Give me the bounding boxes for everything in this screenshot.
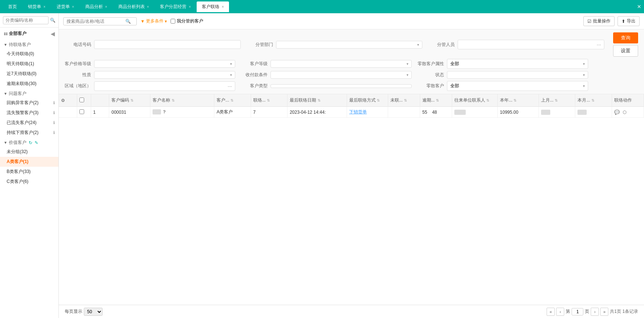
sidebar-item-unclassified[interactable]: 未分组(32) <box>0 147 58 157</box>
col-overdue-header[interactable]: 逾期... ⇅ <box>420 94 452 107</box>
search-button[interactable]: 查询 <box>613 32 638 43</box>
prev-page-button[interactable]: ‹ <box>556 308 564 316</box>
sidebar-collapse-icon[interactable]: ◀ <box>51 31 55 37</box>
sidebar-item-7days[interactable]: 近7天待联络(0) <box>0 69 58 79</box>
price-level-select[interactable]: ▾ <box>94 60 235 68</box>
sidebar-all-customers[interactable]: ⚏ 全部客户 ◀ <box>0 28 58 40</box>
tab-purchase[interactable]: 进货单 × <box>51 1 79 12</box>
sidebar-item-tomorrow[interactable]: 明天待联络(1) <box>0 59 58 69</box>
col-lastway-sort[interactable]: ⇅ <box>377 98 380 102</box>
col-class-header[interactable]: 客户... ⇅ <box>214 94 251 107</box>
select-all-checkbox[interactable] <box>79 98 84 102</box>
sidebar-item-abnormal[interactable]: 回购异常客户(2) ℹ <box>0 98 58 108</box>
col-code-sort[interactable]: ⇅ <box>130 98 133 102</box>
section-value-customer[interactable]: ▼ 价值客户 ↻ ✎ <box>0 138 58 147</box>
col-name-header[interactable]: 客户名称 ⇅ <box>150 94 214 107</box>
info-icon-lost[interactable]: ℹ <box>53 120 55 125</box>
col-contact-header[interactable]: 联络... ⇅ <box>251 94 287 107</box>
col-contacts-sort[interactable]: ⇅ <box>486 98 489 102</box>
batch-operations-button[interactable]: ☑ 批量操作 <box>583 16 615 26</box>
col-thisyear-sort[interactable]: ⇅ <box>514 98 516 102</box>
tab-customer-layer-close[interactable]: × <box>189 5 191 9</box>
person-label: 分管人员 <box>428 42 458 48</box>
col-contact-sort[interactable]: ⇅ <box>267 98 270 102</box>
col-thismonth-sort[interactable]: ⇅ <box>591 98 594 102</box>
col-lastmonth-header[interactable]: 上月... ⇅ <box>539 94 575 107</box>
customer-level-select[interactable]: ▾ <box>271 60 412 68</box>
export-button[interactable]: ⬆ 导出 <box>618 16 640 26</box>
tab-goods-list[interactable]: 商品分析列表 × <box>113 1 154 12</box>
filter-search-icon[interactable]: 🔍 <box>125 19 131 24</box>
col-nocontact-sort[interactable]: ⇅ <box>404 98 407 102</box>
nature-select[interactable]: ▾ <box>94 71 235 79</box>
per-page-select[interactable]: 50 100 200 <box>84 308 103 316</box>
retail-customer-select[interactable]: 全部 ▾ <box>447 81 588 91</box>
next-page-button[interactable]: › <box>591 308 599 316</box>
area-select[interactable]: ··· <box>94 81 235 91</box>
col-thisyear-header[interactable]: 本年... ⇅ <box>498 94 539 107</box>
info-icon-lostwarning[interactable]: ℹ <box>53 110 55 115</box>
sidebar-item-declining[interactable]: 持续下滑客户(2) ℹ <box>0 128 58 138</box>
window-close-button[interactable]: × <box>637 3 641 11</box>
dept-select[interactable]: ▾ <box>276 41 423 49</box>
col-contacts-header[interactable]: 往来单位联系人 ⇅ <box>452 94 497 107</box>
tab-sale[interactable]: 销货单 × <box>23 1 51 12</box>
sidebar-item-overdue[interactable]: 逾期未联络(30) <box>0 79 58 89</box>
col-code-header[interactable]: 客户编码 ⇅ <box>109 94 150 107</box>
row-contacts: RE . <box>452 107 497 118</box>
action-contact-icon[interactable]: 💬 <box>614 110 620 115</box>
filter-search-input[interactable] <box>67 19 125 24</box>
sidebar-item-lost[interactable]: 已流失客户(24) ℹ <box>0 118 58 128</box>
tab-home[interactable]: 首页 <box>3 1 22 12</box>
section-value-refresh[interactable]: ↻ <box>29 140 32 145</box>
payment-select[interactable]: ▾ <box>271 71 412 79</box>
tab-sale-close[interactable]: × <box>43 5 46 9</box>
col-name-sort[interactable]: ⇅ <box>172 98 175 102</box>
tab-goods-analysis[interactable]: 商品分析 × <box>80 1 112 12</box>
filter-my-customers[interactable]: 我分管的客户 <box>171 18 203 24</box>
col-nocontact-header[interactable]: 未联... ⇅ <box>388 94 420 107</box>
sidebar-item-lostwarning[interactable]: 流失预警客户(3) ℹ <box>0 108 58 118</box>
status-select[interactable]: ▾ <box>447 71 588 79</box>
row-checkbox[interactable] <box>79 109 84 114</box>
sidebar-item-class-b[interactable]: B类客户(33) <box>0 167 58 177</box>
sidebar-search-input[interactable] <box>3 16 49 24</box>
col-lastdate-sort[interactable]: ⇅ <box>318 98 321 102</box>
sidebar-search-icon[interactable]: 🔍 <box>50 18 56 23</box>
sidebar-item-today[interactable]: 今天待联络(0) <box>0 49 58 59</box>
col-class-sort[interactable]: ⇅ <box>230 98 233 102</box>
info-icon-declining[interactable]: ℹ <box>53 130 55 135</box>
tab-goods-list-close[interactable]: × <box>147 5 149 9</box>
sidebar-item-class-c[interactable]: C类客户(6) <box>0 177 58 187</box>
tab-purchase-close[interactable]: × <box>72 5 74 9</box>
person-dots-icon[interactable]: ··· <box>597 42 601 47</box>
col-settings[interactable]: ⚙ <box>59 94 77 107</box>
tab-goods-analysis-close[interactable]: × <box>105 5 107 9</box>
col-overdue-sort[interactable]: ⇅ <box>436 98 439 102</box>
my-customers-checkbox[interactable] <box>171 19 175 24</box>
filter-more-conditions[interactable]: ▼ 更多条件 ▾ <box>140 18 167 24</box>
section-pending-contact[interactable]: ▼ 待联络客户 <box>0 40 58 49</box>
info-icon-abnormal[interactable]: ℹ <box>53 100 55 105</box>
last-page-button[interactable]: » <box>600 308 608 316</box>
page-number-input[interactable] <box>572 308 583 315</box>
first-page-button[interactable]: « <box>547 308 555 316</box>
col-lastdate-header[interactable]: 最后联络日期 ⇅ <box>287 94 347 107</box>
section-value-edit[interactable]: ✎ <box>35 140 38 145</box>
action-share-icon[interactable]: ⬡ <box>623 110 626 115</box>
row-lastway-link[interactable]: 下销货单 <box>349 109 367 114</box>
tab-customer-layer[interactable]: 客户分层经营 × <box>155 1 196 12</box>
sidebar-item-class-a[interactable]: A类客户(1) <box>0 157 58 167</box>
retail-attr-select[interactable]: 全部 ▾ <box>447 59 588 69</box>
section-problem-customer[interactable]: ▼ 问题客户 <box>0 89 58 98</box>
area-dots-icon[interactable]: ··· <box>228 83 232 89</box>
tab-customer-contact[interactable]: 客户联络 × <box>197 1 229 12</box>
person-select[interactable]: ··· <box>458 40 604 49</box>
settings-button[interactable]: 设置 <box>613 45 638 57</box>
col-thismonth-header[interactable]: 本月... ⇅ <box>575 94 612 107</box>
phone-input[interactable] <box>94 40 241 49</box>
col-lastmonth-sort[interactable]: ⇅ <box>555 98 558 102</box>
customer-type-select[interactable] <box>271 84 412 88</box>
col-lastway-header[interactable]: 最后联络方式 ⇅ <box>347 94 388 107</box>
tab-customer-contact-close[interactable]: × <box>222 5 224 9</box>
